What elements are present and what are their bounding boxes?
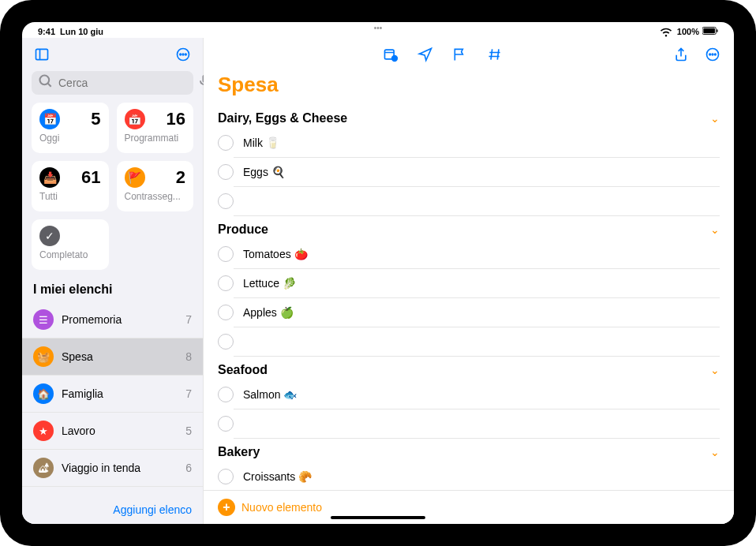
reminder-item[interactable]: Salmon 🐟 [234,380,720,410]
radio-button[interactable] [218,246,234,262]
item-text[interactable]: Eggs 🍳 [243,166,285,178]
list-row-viaggio-in-tenda[interactable]: 🏕 Viaggio in tenda 6 [22,450,203,487]
reminder-item[interactable]: Apples 🍏 [234,298,720,327]
new-item-label: Nuovo elemento [241,501,322,514]
radio-button[interactable] [218,334,234,350]
smart-card-contrasseg[interactable]: 🚩 2 Contrasseg... [117,161,194,211]
reminder-item[interactable] [234,187,720,216]
search-input[interactable] [58,77,196,89]
item-text[interactable]: Milk 🥛 [243,136,279,149]
svg-rect-2 [717,29,717,32]
svg-point-21 [712,54,713,55]
list-icon: ☰ [33,309,54,330]
svg-point-20 [709,54,711,55]
section-header[interactable]: Seafood ⌄ [218,357,720,380]
list-count: 7 [185,313,192,326]
item-text[interactable]: Croissants 🥐 [243,470,312,483]
plus-icon: + [218,499,235,516]
svg-rect-1 [703,28,715,33]
svg-line-16 [497,49,499,59]
chevron-down-icon[interactable]: ⌄ [710,446,720,458]
list-title: Spesa [204,71,734,105]
location-button[interactable] [415,44,436,65]
smart-count: 2 [176,167,185,188]
list-row-lavoro[interactable]: ★ Lavoro 5 [22,413,203,450]
list-row-famiglia[interactable]: 🏠 Famiglia 7 [22,376,203,413]
reminder-item[interactable]: Lettuce 🥬 [234,269,720,298]
list-name: Lavoro [62,424,185,437]
smart-card-tutti[interactable]: 📥 61 Tutti [32,161,109,211]
reminder-item[interactable] [234,410,720,439]
reminder-item[interactable] [234,327,720,357]
smart-label: Programmati [125,133,186,144]
share-button[interactable] [671,44,691,65]
smart-count: 16 [167,109,185,129]
list-name: Spesa [62,350,185,363]
sidebar-toggle-button[interactable] [32,44,52,65]
item-text[interactable]: Tomatoes 🍅 [243,248,308,260]
list-name: Promemoria [62,313,185,326]
search-icon [38,73,54,92]
section-header[interactable]: Dairy, Eggs & Cheese ⌄ [218,105,720,129]
new-item-button[interactable]: + Nuovo elemento [204,490,734,524]
radio-button[interactable] [218,305,234,320]
chevron-down-icon[interactable]: ⌄ [710,364,720,376]
home-indicator[interactable] [331,516,425,519]
list-row-promemoria[interactable]: ☰ Promemoria 7 [22,301,203,338]
section-header[interactable]: Produce ⌄ [218,216,720,240]
smart-count: 5 [91,109,100,129]
smart-label: Contrasseg... [125,191,186,202]
item-text[interactable]: Apples 🍏 [243,306,294,319]
chevron-down-icon[interactable]: ⌄ [710,223,720,236]
smart-card-completato[interactable]: ✓ Completato [32,219,109,270]
smart-icon: 📅 [125,109,145,129]
item-text[interactable]: Salmon 🐟 [243,388,297,401]
list-icon: ★ [33,421,54,441]
more-options-button[interactable] [173,44,193,65]
section-title: Dairy, Eggs & Cheese [218,111,347,125]
smart-label: Oggi [39,133,101,144]
radio-button[interactable] [218,469,234,484]
radio-button[interactable] [218,387,234,402]
list-row-spesa[interactable]: 🧺 Spesa 8 [22,338,203,376]
smart-card-oggi[interactable]: 📅 5 Oggi [32,103,109,153]
flag-button[interactable] [450,44,470,65]
smart-icon: 📅 [39,109,60,129]
list-count: 6 [185,462,192,474]
svg-point-6 [180,54,182,55]
smart-label: Completato [39,249,101,260]
add-list-button[interactable]: Aggiungi elenco [22,496,203,524]
svg-point-8 [185,54,187,55]
list-icon: 🏠 [33,383,54,404]
radio-button[interactable] [218,275,234,291]
radio-button[interactable] [218,135,234,151]
svg-line-15 [491,49,492,59]
radio-button[interactable] [218,193,234,209]
list-icon: 🧺 [33,346,54,367]
list-icon: 🏕 [33,458,54,478]
svg-rect-3 [36,49,48,59]
smart-card-programmati[interactable]: 📅 16 Programmati [117,103,194,153]
chevron-down-icon[interactable]: ⌄ [710,112,720,125]
reminder-item[interactable]: Milk 🥛 [234,129,720,158]
main-more-button[interactable] [702,44,723,65]
section-title: Seafood [218,363,268,377]
section-title: Bakery [218,445,260,459]
smart-icon: ✓ [39,226,60,246]
item-text[interactable]: Lettuce 🥬 [243,277,296,290]
smart-count: 61 [81,167,100,188]
radio-button[interactable] [218,416,234,432]
list-name: Viaggio in tenda [62,462,185,474]
radio-button[interactable] [218,164,234,180]
my-lists-header: I miei elenchi [22,278,203,301]
svg-point-7 [182,54,184,55]
tag-button[interactable] [485,44,505,65]
reminder-item[interactable]: Eggs 🍳 [234,158,720,187]
smart-label: Tutti [39,191,101,202]
search-box[interactable] [32,71,193,95]
reminder-item[interactable]: Croissants 🥐 [234,462,720,490]
calendar-badge-button[interactable]: + [380,44,401,65]
section-header[interactable]: Bakery ⌄ [218,439,720,462]
reminder-item[interactable]: Tomatoes 🍅 [234,240,720,269]
smart-icon: 🚩 [125,167,145,188]
